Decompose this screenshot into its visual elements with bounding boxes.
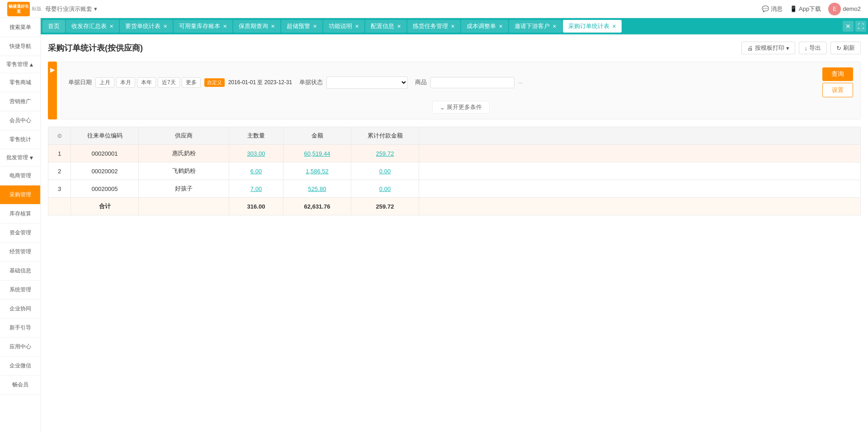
- refresh-button[interactable]: ↻ 刷新: [830, 42, 861, 54]
- chevron-down-icon: ▾: [786, 45, 789, 52]
- sidebar-item-system[interactable]: 系统管理: [0, 281, 40, 300]
- export-button[interactable]: ↓ 导出: [799, 42, 827, 54]
- row-paid[interactable]: 0.00: [351, 180, 419, 198]
- sidebar-item-purchase[interactable]: 采购管理: [0, 186, 40, 205]
- export-icon: ↓: [805, 45, 808, 52]
- close-icon[interactable]: ✕: [552, 24, 557, 29]
- close-icon[interactable]: ✕: [355, 24, 359, 29]
- app-download-button[interactable]: 📱 App下载: [790, 5, 821, 13]
- sidebar-item-ecommerce[interactable]: 电商管理: [0, 167, 40, 186]
- sidebar-item-enterprise[interactable]: 企业协同: [0, 300, 40, 319]
- page-content: 采购订单统计表(按供应商) 🖨 按模板打印 ▾ ↓ 导出 ↻ 刷新: [41, 34, 868, 433]
- footer-empty: [48, 198, 71, 215]
- main-layout: 搜索菜单 快捷导航 零售管理 ▲ 零售商城 营销推广 会员中心 零售统计 批发管…: [0, 18, 868, 433]
- sidebar-item-quick-nav[interactable]: 快捷导航: [0, 37, 40, 56]
- tab-close-button[interactable]: ✕: [843, 21, 854, 32]
- sidebar-item-wechat[interactable]: 企业微信: [0, 357, 40, 376]
- sidebar-item-retail-stats[interactable]: 零售统计: [0, 130, 40, 149]
- refresh-icon: ↻: [836, 45, 841, 52]
- tab-picking-tasks[interactable]: 拣货任务管理 ✕: [407, 20, 460, 33]
- col-settings: ⚙: [48, 127, 71, 145]
- status-select[interactable]: [326, 76, 408, 89]
- sidebar-item-marketing[interactable]: 营销推广: [0, 92, 40, 111]
- column-settings-icon[interactable]: ⚙: [57, 133, 62, 139]
- close-icon[interactable]: ✕: [397, 24, 401, 29]
- close-icon[interactable]: ✕: [271, 24, 275, 29]
- sidebar-item-retail-shop[interactable]: 零售商城: [0, 73, 40, 92]
- workspace-selector[interactable]: 母婴行业演示账套 ▾: [45, 5, 97, 13]
- sidebar-item-vip[interactable]: 畅会员: [0, 376, 40, 395]
- sidebar-item-basics[interactable]: 基础信息: [0, 262, 40, 281]
- download-icon: 📱: [790, 5, 797, 12]
- expand-more-button[interactable]: ⌄ 展开更多条件: [432, 101, 490, 114]
- sidebar-item-inventory[interactable]: 库存核算: [0, 205, 40, 224]
- expand-row: ⌄ 展开更多条件: [68, 101, 853, 114]
- page-header: 采购订单统计表(按供应商) 🖨 按模板打印 ▾ ↓ 导出 ↻ 刷新: [48, 42, 861, 54]
- row-amount[interactable]: 60,519.44: [283, 145, 351, 162]
- sidebar-item-member[interactable]: 会员中心: [0, 111, 40, 130]
- sidebar-item-retail-mgmt[interactable]: 零售管理 ▲: [0, 56, 40, 73]
- close-icon[interactable]: ✕: [163, 24, 167, 29]
- row-paid[interactable]: 259.72: [351, 145, 419, 162]
- tab-invite-downstream[interactable]: 邀请下游客户 ✕: [509, 20, 562, 33]
- sidebar-item-operations[interactable]: 经营管理: [0, 243, 40, 262]
- settings-button[interactable]: 设置: [822, 83, 853, 97]
- tab-receive-summary[interactable]: 收发存汇总表 ✕: [66, 20, 119, 33]
- date-btn-last-month[interactable]: 上月: [95, 77, 114, 88]
- tab-func-desc[interactable]: 功能说明 ✕: [323, 20, 364, 33]
- date-btn-more[interactable]: 更多: [182, 77, 201, 88]
- col-extra: [419, 127, 861, 145]
- close-icon[interactable]: ✕: [612, 24, 616, 29]
- tab-expand-button[interactable]: ⛶: [855, 21, 866, 32]
- close-icon[interactable]: ✕: [499, 24, 503, 29]
- tab-purchase-order-stats[interactable]: 采购订单统计表 ✕: [563, 20, 622, 33]
- date-btn-this-year[interactable]: 本年: [137, 77, 156, 88]
- row-amount[interactable]: 1,586.52: [283, 162, 351, 180]
- tab-order-stats[interactable]: 要货单统计表 ✕: [120, 20, 173, 33]
- table-row: 2 00020002 飞鹤奶粉 6.00 1,586.52 0.00: [48, 162, 861, 180]
- print-button[interactable]: 🖨 按模板打印 ▾: [741, 42, 795, 54]
- goods-input[interactable]: [430, 77, 514, 88]
- row-code: 00020002: [71, 162, 139, 180]
- col-code-header: 往来单位编码: [71, 127, 139, 145]
- close-icon[interactable]: ✕: [313, 24, 317, 29]
- tab-expiry-query[interactable]: 保质期查询 ✕: [233, 20, 280, 33]
- table-header: ⚙ 往来单位编码 供应商 主数量 金额 累计付款金额: [48, 127, 861, 145]
- table-row: 1 00020001 惠氏奶粉 303.00 60,519.44 259.72: [48, 145, 861, 162]
- filter-toggle[interactable]: ▶: [48, 62, 57, 119]
- tab-cost-adjust[interactable]: 成本调整单 ✕: [461, 20, 508, 33]
- close-icon[interactable]: ✕: [109, 24, 113, 29]
- top-bar-right: 💬 消息 📱 App下载 E demo2: [762, 3, 861, 15]
- date-btn-this-month[interactable]: 本月: [116, 77, 135, 88]
- tab-home[interactable]: 首页: [42, 20, 65, 33]
- data-table: ⚙ 往来单位编码 供应商 主数量 金额 累计付款金额 1 00020001: [48, 127, 861, 215]
- chevron-down-icon: ⌄: [440, 104, 445, 111]
- row-qty[interactable]: 7.00: [229, 180, 283, 198]
- sidebar-item-appstore[interactable]: 应用中心: [0, 338, 40, 357]
- page-title: 采购订单统计表(按供应商): [48, 43, 143, 53]
- top-bar: 畅捷通好生意 标版 母婴行业演示账套 ▾ 💬 消息 📱 App下载 E demo…: [0, 0, 868, 18]
- row-amount[interactable]: 525.80: [283, 180, 351, 198]
- more-options-icon[interactable]: ···: [518, 79, 523, 86]
- query-button[interactable]: 查询: [822, 67, 853, 81]
- date-range: 2016-01-01 至 2023-12-31: [228, 79, 292, 86]
- sidebar-item-finance[interactable]: 资金管理: [0, 224, 40, 243]
- close-icon[interactable]: ✕: [451, 24, 455, 29]
- date-btn-7days[interactable]: 近7天: [158, 77, 180, 88]
- user-menu[interactable]: E demo2: [828, 3, 861, 15]
- tab-inventory-book[interactable]: 可用量库存账本 ✕: [174, 20, 232, 33]
- app-subtitle: 标版: [32, 5, 42, 12]
- tab-config-info[interactable]: 配置信息 ✕: [365, 20, 406, 33]
- sidebar-item-wholesale[interactable]: 批发管理 ▼: [0, 149, 40, 167]
- row-qty[interactable]: 303.00: [229, 145, 283, 162]
- sidebar-item-newbie[interactable]: 新手引导: [0, 319, 40, 338]
- tab-overstock-warning[interactable]: 超储预警 ✕: [281, 20, 322, 33]
- sidebar-item-search[interactable]: 搜索菜单: [0, 18, 40, 37]
- table-row: 3 00020005 好孩子 7.00 525.80 0.00: [48, 180, 861, 198]
- custom-badge: 自定义: [204, 78, 225, 87]
- row-paid[interactable]: 0.00: [351, 162, 419, 180]
- content-area: 首页 收发存汇总表 ✕ 要货单统计表 ✕ 可用量库存账本 ✕ 保质期查询 ✕ 超…: [41, 18, 868, 433]
- row-qty[interactable]: 6.00: [229, 162, 283, 180]
- message-button[interactable]: 💬 消息: [762, 5, 783, 13]
- close-icon[interactable]: ✕: [223, 24, 227, 29]
